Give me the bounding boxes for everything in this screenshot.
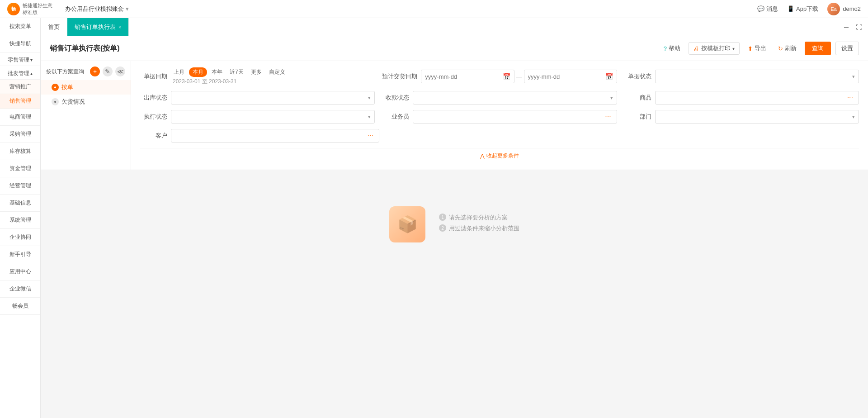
chevron-down-icon-delivery: ▾ [368,95,371,101]
print-icon: 🖨 [693,45,699,52]
sidebar-item-sales[interactable]: 销售管理 [0,94,40,109]
days7-btn[interactable]: 近7天 [227,67,246,77]
filter-payment-status: 收款状态 ▾ [382,91,617,104]
top-header: 畅 畅捷通好生意 标准版 办公用品行业模拟账套 ▾ 💬 消息 📱 App下载 E… [0,0,868,18]
sidebar-item-system[interactable]: 系统管理 [0,212,40,229]
customer-label: 客户 [140,132,167,140]
sidebar-item-quick-nav[interactable]: 快捷导航 [0,35,40,52]
sidebar-item-ecommerce[interactable]: 电商管理 [0,109,40,126]
sidebar-item-enterprise[interactable]: 企业协同 [0,229,40,246]
refresh-button[interactable]: ↻ 刷新 [774,43,800,54]
customer-select[interactable]: ··· [171,129,379,142]
tab-home[interactable]: 首页 [41,18,67,36]
filter-left-panel: 按以下方案查询 + ✎ ≪ [41,61,131,170]
tab-maximize-button[interactable]: ⛶ [854,22,864,33]
payment-status-label: 收款状态 [382,94,409,102]
payment-status-select[interactable]: ▾ [413,91,617,104]
user-menu[interactable]: Ea demo2 [827,3,861,15]
print-button[interactable]: 🖨 按模板打印 ▾ [689,42,740,55]
chevron-down-icon-dept: ▾ [852,114,855,120]
delivery-status-select[interactable]: ▾ [171,91,375,104]
execute-status-select[interactable]: ▾ [171,110,375,124]
page-title: 销售订单执行表(按单) [50,44,120,53]
help-icon: ? [664,45,667,52]
edit-plan-button[interactable]: ✎ [103,66,113,76]
collapse-up-icon: ⋀ [480,153,485,159]
collapse-plan-button[interactable]: ≪ [115,66,125,76]
tab-sales-order[interactable]: 销售订单执行表 × [67,18,129,36]
date-separator: — [516,73,522,80]
sidebar-item-finance[interactable]: 资金管理 [0,160,40,177]
sidebar-item-marketing[interactable]: 营销推广 [0,80,40,94]
doc-status-select[interactable]: ▾ [655,70,859,83]
sidebar: 搜索菜单 快捷导航 零售管理 ▾ 批发管理 ▴ 营销推广 销售管理 电商管理 采… [0,18,41,418]
main-layout: 搜索菜单 快捷导航 零售管理 ▾ 批发管理 ▴ 营销推广 销售管理 电商管理 采… [0,18,868,418]
settings-button[interactable]: 设置 [835,42,859,55]
collapse-more-button[interactable]: ⋀ 收起更多条件 [140,148,859,163]
empty-tip-2: 2 用过滤条件来缩小分析范围 [439,224,519,233]
current-month-btn[interactable]: 本月 [189,67,207,77]
search-button[interactable]: 查询 [805,42,831,55]
plan-item-orders[interactable]: ● 按单 [41,80,131,95]
filter-row-2: 出库状态 ▾ 收款状态 ▾ [140,91,859,104]
forecast-date-end-input[interactable] [528,73,604,80]
year-btn[interactable]: 本年 [209,67,225,77]
forecast-date-start[interactable]: 📅 [421,70,514,83]
help-button[interactable]: ? 帮助 [660,43,684,54]
plan-active-icon: ● [52,84,59,91]
salesperson-select[interactable]: ··· [413,110,617,124]
sidebar-item-purchase[interactable]: 采购管理 [0,126,40,143]
filter-doc-status: 单据状态 ▾ [624,70,859,83]
sidebar-item-search-menu[interactable]: 搜索菜单 [0,18,40,35]
salesperson-dots-icon[interactable]: ··· [603,113,613,121]
delivery-status-label: 出库状态 [140,94,167,102]
tab-close-icon[interactable]: × [118,24,121,30]
tab-controls: ─ ⛶ [841,22,868,33]
header-right: 💬 消息 📱 App下载 Ea demo2 [757,3,861,15]
sidebar-item-inventory[interactable]: 库存核算 [0,143,40,160]
filter-delivery-status: 出库状态 ▾ [140,91,375,104]
plan-item-arrears[interactable]: ● 欠货情况 [41,95,131,109]
app-download-button[interactable]: 📱 App下载 [787,5,818,13]
sidebar-item-newbie[interactable]: 新手引导 [0,246,40,263]
message-button[interactable]: 💬 消息 [757,5,778,13]
chevron-down-icon-execute: ▾ [368,114,371,120]
sidebar-item-members[interactable]: 畅会员 [0,298,40,315]
sidebar-item-retail[interactable]: 零售管理 ▾ [0,52,40,66]
sidebar-item-operations[interactable]: 经营管理 [0,177,40,195]
filter-doc-date: 单据日期 上月 本月 本年 近7天 更多 自定义 20 [140,67,375,86]
customer-dots-icon[interactable]: ··· [366,132,375,140]
forecast-date-start-input[interactable] [425,73,500,80]
empty-tips: 1 请先选择要分析的方案 2 用过滤条件来缩小分析范围 [439,214,519,235]
maximize-icon: ⛶ [856,24,862,31]
prev-month-btn[interactable]: 上月 [171,67,187,77]
date-range-text: 2023-03-01 至 2023-03-31 [173,78,375,86]
print-arrow-icon: ▾ [732,46,735,51]
avatar: Ea [827,3,840,15]
custom-btn[interactable]: 自定义 [266,67,288,77]
export-button[interactable]: ⬆ 导出 [744,43,770,54]
tab-minimize-button[interactable]: ─ [841,22,852,33]
filter-plan-header: 按以下方案查询 + ✎ ≪ [41,66,131,80]
filter-row-1: 单据日期 上月 本月 本年 近7天 更多 自定义 20 [140,67,859,86]
breadcrumb-arrow-icon[interactable]: ▾ [126,5,129,12]
sidebar-item-wholesale[interactable]: 批发管理 ▴ [0,66,40,80]
page-actions: ? 帮助 🖨 按模板打印 ▾ ⬆ 导出 ↻ 刷新 [660,42,859,55]
chevron-up-icon: ▴ [30,71,33,76]
tip-num-1: 1 [439,214,446,221]
forecast-date-end[interactable]: 📅 [524,70,617,83]
dept-select[interactable]: ▾ [655,110,859,124]
product-select[interactable]: ··· [655,91,859,104]
sidebar-item-apps[interactable]: 应用中心 [0,263,40,280]
product-dots-icon[interactable]: ··· [845,94,855,102]
filter-row-3: 执行状态 ▾ 业务员 ··· [140,110,859,124]
salesperson-label: 业务员 [382,113,409,121]
add-plan-button[interactable]: + [90,66,100,76]
sidebar-item-wechat[interactable]: 企业微信 [0,280,40,298]
more-btn[interactable]: 更多 [248,67,264,77]
download-icon: 📱 [787,5,794,12]
calendar-icon-2: 📅 [605,73,613,80]
logo-text: 畅捷通好生意 标准版 [23,2,52,15]
filter-row-4: 客户 ··· [140,129,859,142]
sidebar-item-basic[interactable]: 基础信息 [0,195,40,212]
